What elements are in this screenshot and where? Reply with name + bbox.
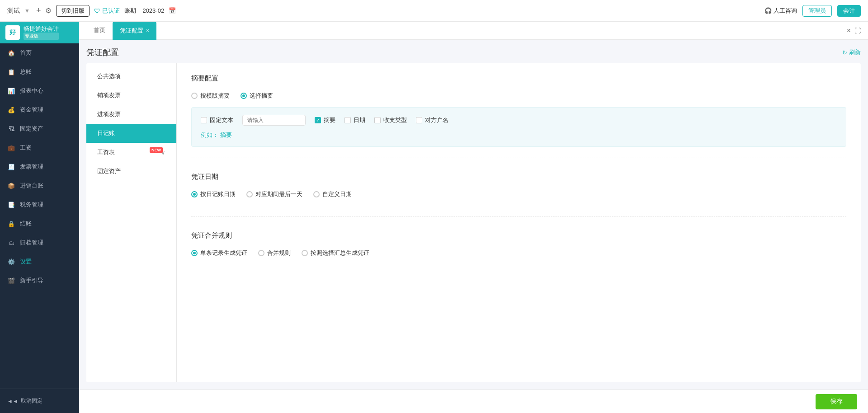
left-nav-journal[interactable]: 日记账 [86,124,176,143]
config-area: 摘要配置 按模版摘要 选择摘要 [177,63,861,382]
report-icon: 📊 [7,87,15,95]
sidebar-item-fund[interactable]: 💰 资金管理 [0,100,79,119]
left-nav-purchase-label: 进项发票 [97,111,121,117]
refresh-icon: ↻ [842,49,847,56]
sidebar-item-ledger[interactable]: 📋 总账 [0,62,79,81]
sidebar-item-settings[interactable]: ⚙️ 设置 [0,252,79,271]
sidebar-item-report[interactable]: 📊 报表中心 [0,81,79,100]
close-window-button[interactable]: × [847,27,851,35]
checkbox-summary[interactable]: 摘要 [315,116,335,124]
sidebar-bottom: ◄◄ 取消固定 [0,389,79,413]
checkbox-fixed-text[interactable]: 固定文本 [201,116,233,124]
sidebar-item-label: 结账 [20,220,32,228]
new-badge: NEW [150,147,163,153]
sidebar-item-guide[interactable]: 🎬 新手引导 [0,271,79,290]
tab-close-icon[interactable]: × [146,28,149,34]
sidebar-item-trade[interactable]: 📦 进销台账 [0,176,79,195]
left-nav-sales[interactable]: 销项发票 [86,86,176,105]
accountant-button[interactable]: 会计 [837,5,861,17]
left-nav-payroll[interactable]: 工资表 NEW ∨ [86,143,176,162]
left-nav-purchase[interactable]: 进项发票 [86,105,176,124]
consult-button[interactable]: 🎧 人工咨询 [764,7,797,15]
period-last-circle [246,191,253,197]
gear-icon[interactable]: ⚙ [45,6,52,15]
sidebar-item-invoice[interactable]: 🧾 发票管理 [0,157,79,176]
salary-icon: 💼 [7,144,15,152]
summary-checkbox [315,117,321,123]
page-title: 凭证配置 [86,47,119,58]
fixed-text-input[interactable] [242,115,306,126]
radio-journal-date[interactable]: 按日记账日期 [191,190,236,198]
radio-merge-rule[interactable]: 合并规则 [258,249,291,257]
refresh-button[interactable]: ↻ 刷新 [842,48,861,56]
save-button[interactable]: 保存 [816,394,857,409]
sidebar: 好 畅捷通好会计 专业版 🏠 首页 📋 总账 📊 报表中心 💰 资金管理 [0,22,79,413]
sidebar-logo: 好 畅捷通好会计 专业版 [0,22,79,43]
tax-icon: 📑 [7,201,15,209]
radio-template-summary[interactable]: 按模版摘要 [191,92,230,100]
sidebar-item-archive[interactable]: 🗂 归档管理 [0,233,79,252]
inner-layout: 公共选项 销项发票 进项发票 日记账 工资表 NEW [86,63,861,382]
left-nav-public-label: 公共选项 [97,73,121,80]
fullscreen-button[interactable]: ⛶ [854,27,861,34]
radio-custom-date[interactable]: 自定义日期 [313,190,352,198]
left-nav-fixed-assets[interactable]: 固定资产 [86,162,176,181]
logo-edition: 专业版 [24,33,59,40]
radio-period-last[interactable]: 对应期间最后一天 [246,190,302,198]
pin-icon: ◄◄ [7,398,18,404]
fund-icon: 💰 [7,106,15,114]
assets-icon: 🏗 [7,125,15,133]
summary-radio-group: 按模版摘要 选择摘要 [191,92,846,100]
old-version-button[interactable]: 切到旧版 [56,5,90,17]
radio-summary-generate[interactable]: 按照选择汇总生成凭证 [302,249,369,257]
summary-generate-circle [302,250,308,256]
logo-icon: 好 [5,25,20,40]
invoice-icon: 🧾 [7,163,15,171]
sidebar-item-salary[interactable]: 💼 工资 [0,138,79,157]
radio-select-circle [241,93,247,99]
certified-badge: 🛡 已认证 [94,7,120,15]
logo-name: 畅捷通好会计 [24,25,59,33]
tab-home[interactable]: 首页 [86,22,113,40]
sidebar-item-label: 设置 [20,258,32,266]
sidebar-item-label: 归档管理 [20,239,43,247]
example-row: 例如： 摘要 [201,131,837,139]
sidebar-item-label: 资金管理 [20,106,43,114]
merge-section: 凭证合并规则 单条记录生成凭证 合并规则 [191,231,846,275]
counterpart-checkbox [416,117,422,123]
sidebar-item-tax[interactable]: 📑 税务管理 [0,195,79,214]
sidebar-item-label: 进销台账 [20,182,43,190]
trade-icon: 📦 [7,182,15,190]
left-nav-public[interactable]: 公共选项 [86,67,176,86]
summary-options-row: 固定文本 摘要 日期 [201,115,837,126]
tab-voucher-config[interactable]: 凭证配置 × [113,22,156,40]
date-section: 凭证日期 按日记账日期 对应期间最后一天 [191,173,846,217]
radio-single-record[interactable]: 单条记录生成凭证 [191,249,247,257]
fixed-text-checkbox [201,117,207,123]
left-nav-journal-label: 日记账 [97,130,115,136]
sidebar-item-assets[interactable]: 🏗 固定资产 [0,119,79,138]
period-label: 账期 [124,7,136,15]
sidebar-item-label: 发票管理 [20,163,43,171]
chevron-down-icon[interactable]: ▼ [24,8,30,14]
admin-button[interactable]: 管理员 [802,5,832,17]
radio-select-summary[interactable]: 选择摘要 [241,92,273,100]
sidebar-item-label: 税务管理 [20,201,43,209]
sidebar-item-label: 新手引导 [20,277,43,285]
closing-icon: 🔒 [7,220,15,228]
merge-rule-circle [258,250,264,256]
calendar-icon[interactable]: 📅 [169,7,176,14]
add-icon[interactable]: + [36,6,41,15]
logo-text-container: 畅捷通好会计 专业版 [24,25,59,40]
merge-section-title: 凭证合并规则 [191,231,846,240]
top-header: 测试 ▼ + ⚙ 切到旧版 🛡 已认证 账期 2023-02 📅 🎧 人工咨询 … [0,0,868,22]
sidebar-item-home[interactable]: 🏠 首页 [0,43,79,62]
checkbox-counterpart[interactable]: 对方户名 [416,116,448,124]
ledger-icon: 📋 [7,68,15,76]
period-value: 2023-02 [142,7,164,14]
sidebar-item-closing[interactable]: 🔒 结账 [0,214,79,233]
checkbox-income-type[interactable]: 收支类型 [374,116,407,124]
unpin-button[interactable]: ◄◄ 取消固定 [0,393,79,409]
merge-radio-group: 单条记录生成凭证 合并规则 按照选择汇总生成凭证 [191,249,846,257]
checkbox-date[interactable]: 日期 [344,116,365,124]
